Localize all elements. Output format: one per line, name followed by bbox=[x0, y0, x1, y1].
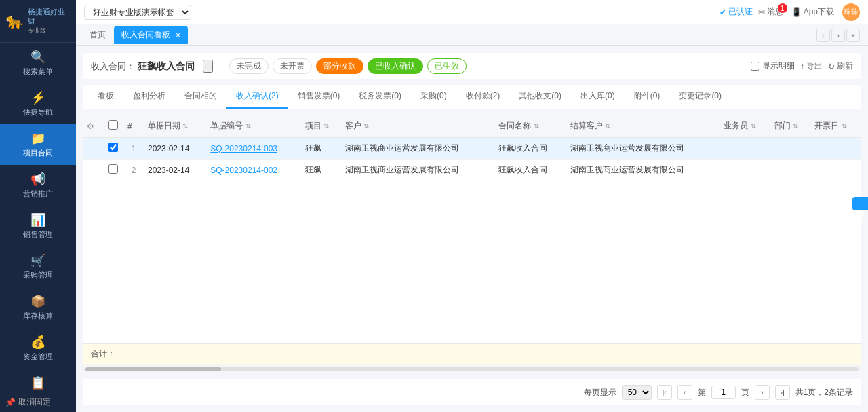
horizontal-scrollbar[interactable] bbox=[83, 364, 861, 373]
tab-5[interactable]: 税务发票(0) bbox=[349, 85, 411, 109]
tab-10[interactable]: 附件(0) bbox=[625, 85, 670, 109]
data-table: ⚙ # 单据日期 ⇅ 单据编号 ⇅ 项目 ⇅ 客户 ⇅ 合同名称 ⇅ 结算客户 … bbox=[83, 115, 861, 181]
message-icon: ✉ bbox=[758, 7, 765, 17]
cell-number: SQ-20230214-002 bbox=[206, 160, 300, 181]
table-header-row: ⚙ # 单据日期 ⇅ 单据编号 ⇅ 项目 ⇅ 客户 ⇅ 合同名称 ⇅ 结算客户 … bbox=[83, 115, 861, 138]
settings-icon[interactable]: ⚙ bbox=[87, 121, 94, 131]
sidebar-item-3[interactable]: 📢营销推广 bbox=[0, 165, 76, 206]
cell-settlement: 湖南卫视商业运营发展有限公司 bbox=[566, 138, 719, 160]
status-btn-3[interactable]: 已收入确认 bbox=[368, 58, 423, 74]
table-scroll[interactable]: ⚙ # 单据日期 ⇅ 单据编号 ⇅ 项目 ⇅ 客户 ⇅ 合同名称 ⇅ 结算客户 … bbox=[83, 115, 861, 343]
company-select[interactable]: 好业财专业版演示帐套 bbox=[84, 5, 191, 20]
tab-1[interactable]: 盈利分析 bbox=[123, 85, 175, 109]
first-page-button[interactable]: |‹ bbox=[657, 385, 672, 400]
last-page-button[interactable]: ›| bbox=[775, 385, 790, 400]
number-link-1[interactable]: SQ-20230214-002 bbox=[210, 166, 277, 175]
tab-6[interactable]: 采购(0) bbox=[411, 85, 456, 109]
footer-total-label: 合计： bbox=[91, 349, 115, 358]
per-page-select[interactable]: 50 bbox=[622, 385, 652, 400]
app-download-button[interactable]: 📱 App下载 bbox=[791, 6, 834, 18]
sidebar-icon-3: 📢 bbox=[31, 172, 45, 187]
app-logo: 🐆 畅捷通好业财 专业版 bbox=[0, 0, 76, 43]
sidebar-icon-4: 📊 bbox=[31, 212, 45, 227]
sidebar-pin-toggle[interactable]: 📌 取消固定 bbox=[0, 392, 76, 412]
download-icon: 📱 bbox=[791, 7, 802, 17]
cell-contract: 狂飙收入合同 bbox=[494, 138, 566, 160]
pin-icon: 📌 bbox=[5, 398, 16, 407]
tab-11[interactable]: 变更记录(0) bbox=[669, 85, 731, 109]
cell-checkbox bbox=[104, 138, 123, 160]
status-btn-2[interactable]: 部分收款 bbox=[316, 58, 363, 74]
status-btn-4[interactable]: 已生效 bbox=[427, 58, 467, 74]
refresh-label: 刷新 bbox=[837, 60, 853, 72]
tab-next-button[interactable]: › bbox=[831, 29, 845, 42]
sidebar-icon-6: 📦 bbox=[31, 294, 45, 309]
cell-num: 2 bbox=[123, 160, 144, 181]
show-detail-checkbox[interactable] bbox=[751, 62, 760, 71]
sidebar-item-8[interactable]: 📋总账管理 bbox=[0, 369, 76, 392]
refresh-button[interactable]: ↻ 刷新 bbox=[828, 60, 853, 72]
company-selector[interactable]: 好业财专业版演示帐套 bbox=[84, 5, 714, 20]
number-link-0[interactable]: SQ-20230214-003 bbox=[210, 144, 277, 153]
tab-2[interactable]: 合同相的 bbox=[175, 85, 226, 109]
prev-page-button[interactable]: ‹ bbox=[677, 385, 692, 400]
sidebar-icon-2: 📁 bbox=[31, 131, 45, 146]
contract-more-button[interactable]: ··· bbox=[203, 60, 213, 73]
active-tab[interactable]: 收入合同看板 × bbox=[114, 26, 188, 44]
show-detail-toggle[interactable]: 显示明细 bbox=[751, 60, 795, 72]
topbar: 好业财专业版演示帐套 ✔ 已认证 ✉ 消息 1 📱 App下载 珠珠 bbox=[76, 0, 868, 24]
row-checkbox-1[interactable] bbox=[108, 164, 118, 174]
select-all-checkbox[interactable] bbox=[108, 120, 118, 130]
sidebar-label-4: 销售管理 bbox=[23, 229, 53, 240]
cell-dept bbox=[770, 138, 811, 160]
status-btn-1[interactable]: 未开票 bbox=[273, 58, 312, 74]
sidebar-nav: 🔍搜索菜单⚡快捷导航📁项目合同📢营销推广📊销售管理🛒采购管理📦库存核算💰资金管理… bbox=[0, 43, 76, 392]
scrollbar-thumb[interactable] bbox=[85, 367, 221, 371]
sidebar-item-1[interactable]: ⚡快捷导航 bbox=[0, 83, 76, 124]
sub-tabs: 看板盈利分析合同相的收入确认(2)销售发票(0)税务发票(0)采购(0)收付款(… bbox=[83, 85, 861, 109]
cell-salesperson bbox=[719, 138, 770, 160]
table-row[interactable]: 2 2023-02-14 SQ-20230214-002 狂飙 湖南卫视商业运营… bbox=[83, 160, 861, 181]
close-tab-icon[interactable]: × bbox=[176, 31, 180, 40]
tab-9[interactable]: 出入库(0) bbox=[571, 85, 625, 109]
sidebar-item-2[interactable]: 📁项目合同 bbox=[0, 124, 76, 165]
contract-title: 收入合同： 狂飙收入合同 bbox=[91, 60, 195, 73]
sidebar-item-6[interactable]: 📦库存核算 bbox=[0, 287, 76, 328]
table-body: 1 2023-02-14 SQ-20230214-003 狂飙 湖南卫视商业运营… bbox=[83, 138, 861, 181]
cell-date: 2023-02-14 bbox=[144, 160, 206, 181]
sidebar-item-7[interactable]: 💰资金管理 bbox=[0, 328, 76, 369]
home-tab[interactable]: 首页 bbox=[84, 26, 111, 43]
app-name: 畅捷通好业财 bbox=[28, 7, 71, 26]
certified-icon: ✔ bbox=[719, 7, 726, 17]
tab-7[interactable]: 收付款(2) bbox=[456, 85, 510, 109]
th-date: 单据日期 ⇅ bbox=[144, 115, 206, 138]
sidebar-item-0[interactable]: 🔍搜索菜单 bbox=[0, 43, 76, 83]
export-button[interactable]: ↑ 导出 bbox=[800, 60, 823, 72]
next-page-button[interactable]: › bbox=[755, 385, 770, 400]
sidebar-label-0: 搜索菜单 bbox=[23, 67, 53, 77]
close-panel-button[interactable]: × bbox=[846, 29, 860, 42]
cell-checkbox bbox=[104, 160, 123, 181]
sidebar-icon-0: 🔍 bbox=[31, 50, 45, 64]
tab-prev-button[interactable]: ‹ bbox=[816, 29, 830, 42]
tab-3[interactable]: 收入确认(2) bbox=[226, 85, 288, 109]
row-checkbox-0[interactable] bbox=[108, 143, 118, 152]
sidebar-item-4[interactable]: 📊销售管理 bbox=[0, 206, 76, 246]
tab-4[interactable]: 销售发票(0) bbox=[288, 85, 350, 109]
export-icon: ↑ bbox=[800, 62, 804, 71]
side-action-button[interactable]: 收入确认 bbox=[852, 197, 868, 210]
sidebar-item-5[interactable]: 🛒采购管理 bbox=[0, 246, 76, 287]
tab-8[interactable]: 其他收支(0) bbox=[509, 85, 571, 109]
tab-0[interactable]: 看板 bbox=[88, 85, 123, 109]
scrollbar-track bbox=[85, 367, 859, 371]
th-dept: 部门 ⇅ bbox=[770, 115, 811, 138]
per-page-label: 每页显示 bbox=[584, 387, 616, 398]
status-btn-0[interactable]: 未完成 bbox=[229, 58, 269, 74]
page-input[interactable] bbox=[711, 386, 736, 399]
th-number: 单据编号 ⇅ bbox=[206, 115, 300, 138]
sidebar-icon-1: ⚡ bbox=[31, 90, 45, 105]
message-button[interactable]: ✉ 消息 1 bbox=[758, 6, 783, 18]
avatar[interactable]: 珠珠 bbox=[842, 3, 860, 21]
table-row[interactable]: 1 2023-02-14 SQ-20230214-003 狂飙 湖南卫视商业运营… bbox=[83, 138, 861, 160]
main-area: 好业财专业版演示帐套 ✔ 已认证 ✉ 消息 1 📱 App下载 珠珠 首页 收入 bbox=[76, 0, 868, 412]
